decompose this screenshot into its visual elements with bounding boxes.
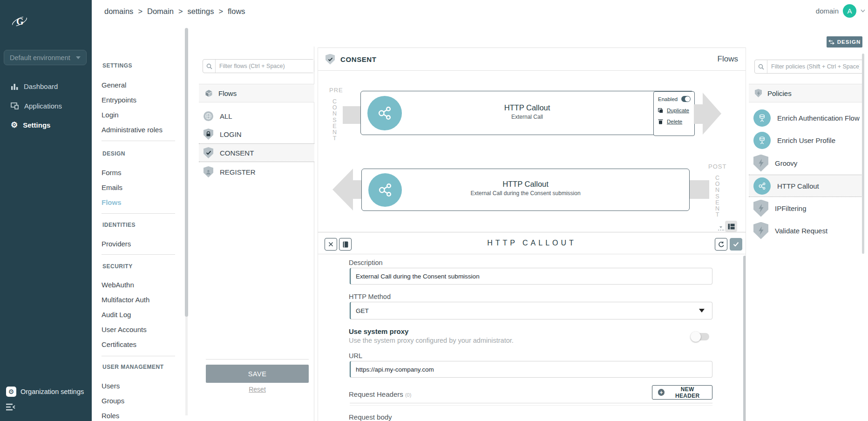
step-enabled-row: Enabled [658, 96, 691, 102]
policies-panel: DESIGN Policies Enrich Authentication Fl… [749, 28, 868, 421]
menu-item-audit-log[interactable]: Audit Log [102, 311, 131, 319]
step-enabled-toggle[interactable] [681, 96, 691, 102]
pre-stage-vertical-label: CONSENT [332, 99, 337, 142]
sidebar-item-applications[interactable]: Applications [11, 102, 62, 110]
user-menu[interactable]: domain A [816, 4, 865, 18]
canvas-flow-title: CONSENT [340, 55, 377, 63]
menu-item-groups[interactable]: Groups [102, 397, 124, 405]
menu-item-certificates[interactable]: Certificates [102, 340, 136, 348]
policy-item-groovy[interactable]: Groovy [749, 152, 864, 174]
avatar[interactable]: A [843, 4, 856, 18]
duplicate-link[interactable]: Duplicate [667, 108, 689, 113]
menu-divider [102, 356, 175, 356]
flow-step-card[interactable]: HTTP Callout External Call during the Co… [361, 169, 690, 211]
policy-item-enrich-user-profile[interactable]: Enrich User Profile [749, 129, 864, 151]
flow-item-consent[interactable]: CONSENT [199, 143, 314, 162]
http-callout-icon [753, 177, 771, 195]
system-proxy-toggle[interactable] [692, 333, 709, 340]
flow-item-register[interactable]: REGISTER [199, 163, 314, 181]
settings-menu: SETTINGS General Entrypoints Login Admin… [92, 28, 192, 421]
shield-check-icon [203, 147, 213, 158]
menu-item-login[interactable]: Login [102, 111, 119, 119]
enrich-icon [753, 132, 771, 149]
step-subtitle: External Call during the Consent submiss… [362, 190, 689, 197]
duplicate-icon [658, 108, 663, 113]
breadcrumb-domain[interactable]: Domain [147, 7, 174, 15]
form-divider [350, 403, 712, 403]
shield-bolt-icon [753, 222, 768, 239]
shield-check-icon [326, 54, 335, 65]
menu-item-forms[interactable]: Forms [102, 169, 122, 177]
policy-item-enrich-authentication-flow[interactable]: Enrich Authentication Flow [749, 107, 864, 129]
enabled-label: Enabled [658, 96, 678, 102]
search-icon [203, 60, 216, 73]
policies-scrollbar[interactable] [862, 54, 864, 254]
menu-item-multifactor-auth[interactable]: Multifactor Auth [102, 296, 149, 304]
refresh-icon [718, 241, 725, 248]
breadcrumb-flows[interactable]: flows [228, 7, 245, 15]
shield-bolt-icon [753, 155, 768, 172]
policy-item-validate-request[interactable]: Validate Request [749, 219, 864, 242]
menu-item-flows[interactable]: Flows [102, 198, 122, 206]
menu-item-entrypoints[interactable]: Entrypoints [102, 96, 136, 104]
breadcrumb-separator: > [138, 7, 142, 15]
menu-item-emails[interactable]: Emails [102, 183, 122, 191]
post-stage-vertical-label: CONSENT [715, 175, 720, 218]
form-divider [350, 405, 712, 406]
settings-menu-scrollbar[interactable] [185, 28, 188, 317]
gravitee-logo-icon[interactable]: G [10, 12, 29, 33]
sidebar-item-settings[interactable]: ⚙ Settings [11, 121, 50, 129]
new-header-button[interactable]: + NEW HEADER [652, 385, 712, 400]
step-subtitle: External Call [361, 114, 693, 120]
menu-item-users[interactable]: Users [102, 382, 120, 390]
step-title: HTTP Callout [361, 103, 693, 112]
flow-item-login[interactable]: LOGIN [199, 125, 314, 143]
shield-bolt-icon [755, 89, 762, 97]
http-method-select[interactable]: GET [350, 302, 712, 319]
toggle-editor-panel-button[interactable] [725, 221, 737, 232]
flow-filter-input[interactable] [216, 60, 314, 73]
menu-item-webauthn[interactable]: WebAuthn [102, 281, 134, 289]
menu-divider [102, 213, 175, 214]
breadcrumb-domains[interactable]: domains [104, 7, 133, 15]
menu-item-administrative-roles[interactable]: Administrative roles [102, 126, 163, 134]
gear-icon: ⚙ [11, 121, 18, 129]
flow-item-all[interactable]: ALL [199, 107, 314, 125]
menu-section-user-management: USER MANAGEMENT [102, 364, 164, 370]
policy-item-http-callout[interactable]: HTTP Callout [749, 175, 864, 197]
breadcrumb-settings[interactable]: settings [188, 7, 214, 15]
policy-item-ipfiltering[interactable]: IPFiltering [749, 197, 864, 219]
menu-item-roles[interactable]: Roles [102, 412, 119, 420]
reset-link[interactable]: Reset [206, 386, 309, 393]
collapse-sidebar-button[interactable] [6, 403, 16, 413]
menu-item-providers[interactable]: Providers [102, 240, 131, 248]
flow-step-card[interactable]: HTTP Callout External Call [360, 91, 694, 135]
design-button[interactable]: DESIGN [827, 36, 862, 48]
policy-item-label: Enrich User Profile [777, 136, 835, 144]
organization-settings[interactable]: ⚙ Organization settings [6, 387, 84, 397]
policy-filter-input[interactable] [767, 60, 863, 73]
step-duplicate-row: Duplicate [658, 108, 691, 113]
description-input[interactable] [350, 268, 712, 285]
pre-stage-label: PRE [329, 87, 343, 94]
save-button[interactable]: SAVE [206, 365, 309, 383]
url-input[interactable] [350, 361, 712, 378]
environment-selector[interactable]: Default environment [4, 50, 87, 65]
bar-chart-icon [11, 83, 19, 90]
delete-link[interactable]: Delete [667, 119, 682, 124]
policies-list-title: Policies [767, 89, 792, 97]
apply-step-button[interactable] [730, 238, 742, 251]
menu-item-general[interactable]: General [102, 81, 126, 89]
canvas-panel-title: Flows [718, 54, 738, 64]
new-header-label: NEW HEADER [668, 386, 706, 399]
design-button-label: DESIGN [837, 39, 861, 45]
sidebar-item-label: Applications [24, 102, 62, 110]
reset-step-button[interactable] [715, 238, 727, 251]
flow-connector [343, 106, 361, 124]
sidebar-item-dashboard[interactable]: Dashboard [11, 82, 58, 90]
editor-scrollbar[interactable] [743, 256, 746, 421]
shield-lock-icon [203, 129, 213, 140]
policies-list-header: Policies [749, 84, 864, 102]
menu-item-user-accounts[interactable]: User Accounts [102, 326, 147, 333]
flow-item-label: LOGIN [220, 130, 242, 138]
